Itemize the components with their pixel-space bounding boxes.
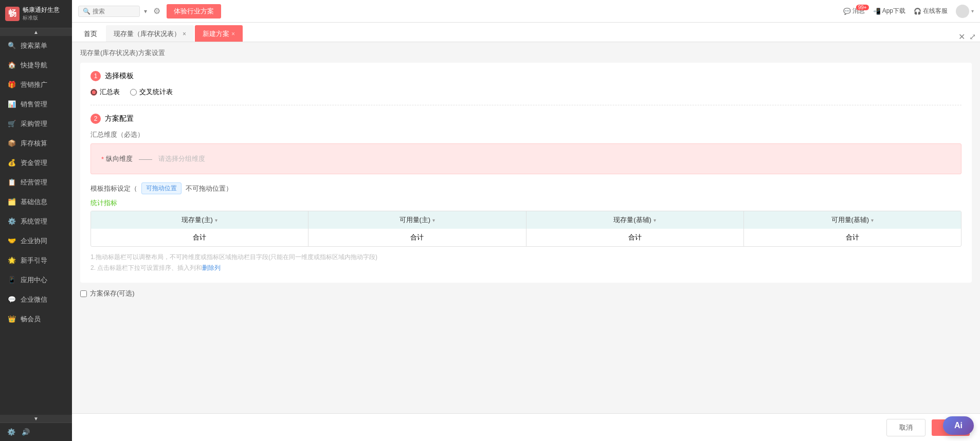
cell-total-0: 合计 [91, 229, 308, 246]
sidebar: 畅 畅康通好生意 标准版 ▲ 🔍 搜索菜单 🏠 快捷导航 🎁 营销推广 📊 销售… [0, 0, 72, 441]
sidebar-item-newbie[interactable]: 🌟 新手引导 [0, 251, 72, 270]
folder-icon: 🗂️ [7, 197, 16, 207]
required-mark: * [101, 155, 104, 163]
tip2: 2. 点击标题栏下拉可设置排序、插入列和删除列 [90, 264, 961, 272]
radio-cross-input[interactable] [130, 89, 137, 96]
search-icon: 🔍 [7, 41, 16, 50]
stats-label: 统计指标 [90, 198, 961, 208]
search-dropdown[interactable]: ▾ [144, 8, 147, 15]
sidebar-item-appstore[interactable]: 📱 应用中心 [0, 270, 72, 290]
chart-icon: 📊 [7, 100, 16, 109]
logo-text: 畅康通好生意 标准版 [23, 6, 60, 22]
tab-close-new-plan[interactable]: × [231, 30, 235, 38]
radio-summary-input[interactable] [90, 89, 97, 96]
chevron-down-icon[interactable]: ▾ [654, 217, 656, 223]
sidebar-scroll: 🔍 搜索菜单 🏠 快捷导航 🎁 营销推广 📊 销售管理 🛒 采购管理 📦 库存核… [0, 36, 72, 415]
header-available-aux[interactable]: 可用量(基辅) ▾ [744, 211, 961, 229]
sidebar-item-system[interactable]: ⚙️ 系统管理 [0, 212, 72, 231]
message-icon: 💬 [843, 8, 851, 15]
stats-table-header: 现存量(主) ▾ 可用量(主) ▾ 现存量(基辅) ▾ 可用量(基辅) ▾ [91, 211, 961, 229]
sidebar-logo: 畅 畅康通好生意 标准版 [0, 0, 72, 28]
avatar [956, 5, 969, 18]
movable-tag: 可拖动位置 [141, 182, 182, 194]
tab-close-inventory[interactable]: × [183, 30, 186, 38]
save-checkbox-container: 方案保存(可选) [80, 289, 972, 298]
sidebar-item-inventory[interactable]: 📦 库存核算 [0, 134, 72, 153]
stats-table: 现存量(主) ▾ 可用量(主) ▾ 现存量(基辅) ▾ 可用量(基辅) ▾ [90, 211, 961, 247]
gift-icon: 🎁 [7, 80, 16, 89]
radio-cross[interactable]: 交叉统计表 [130, 87, 173, 97]
logo-icon: 畅 [5, 7, 20, 21]
cell-total-3: 合计 [744, 229, 961, 246]
gear-icon[interactable]: ⚙ [153, 6, 160, 16]
indicator-settings: 模板指标设定（ 可拖动位置 不可拖动位置） [90, 182, 961, 194]
cart-icon: 🛒 [7, 119, 16, 128]
settings-card: 1 选择模板 汇总表 交叉统计表 2 方案配置 汇总维度（必选） [80, 63, 972, 283]
header-stock-main[interactable]: 现存量(主) ▾ [91, 211, 308, 229]
dimension-label: 汇总维度（必选） [90, 130, 961, 139]
app-download-button[interactable]: 📲 App下载 [873, 7, 905, 15]
dimension-box[interactable]: * 纵向维度 —— 请选择分组维度 [90, 143, 961, 174]
section-divider [90, 105, 961, 105]
tab-home[interactable]: 首页 [76, 25, 105, 42]
stats-table-body: 合计 合计 合计 合计 [91, 229, 961, 246]
sidebar-item-search[interactable]: 🔍 搜索菜单 [0, 36, 72, 56]
save-checkbox-input[interactable] [80, 290, 87, 297]
tab-new-plan[interactable]: 新建方案 × [195, 25, 243, 42]
sidebar-item-basic[interactable]: 🗂️ 基础信息 [0, 192, 72, 212]
cancel-button[interactable]: 取消 [886, 419, 925, 436]
trial-button[interactable]: 体验行业方案 [167, 4, 221, 19]
close-window-icon[interactable]: ✕ [958, 32, 965, 42]
radio-summary[interactable]: 汇总表 [90, 87, 120, 97]
topbar-right: 💬 消息 99+ 📲 App下载 🎧 在线客服 ▾ [843, 5, 974, 18]
handshake-icon: 🤝 [7, 236, 16, 246]
home-icon: 🏠 [7, 61, 16, 70]
sidebar-footer: ⚙️ 🔊 [0, 422, 72, 441]
mobile-icon: 📱 [7, 275, 16, 285]
section1-title: 1 选择模板 [90, 71, 961, 81]
sidebar-item-purchase[interactable]: 🛒 采购管理 [0, 114, 72, 134]
download-icon: 📲 [873, 8, 881, 15]
gear-icon: ⚙️ [7, 217, 16, 226]
tips-section: 1.拖动标题栏可以调整布局，不可跨维度或指标区域拖动栏目字段(只能在同一维度或指… [90, 253, 961, 272]
crown-icon: 👑 [7, 315, 16, 324]
online-service-button[interactable]: 🎧 在线客服 [914, 7, 948, 15]
chevron-down-icon[interactable]: ▾ [215, 217, 217, 223]
tip1: 1.拖动标题栏可以调整布局，不可跨维度或指标区域拖动栏目字段(只能在同一维度或指… [90, 253, 961, 262]
sound-icon[interactable]: 🔊 [22, 428, 30, 436]
scroll-down-arrow[interactable]: ▼ [0, 415, 72, 422]
message-button[interactable]: 💬 消息 99+ [843, 7, 865, 15]
chevron-down-icon[interactable]: ▾ [432, 217, 435, 223]
header-stock-aux[interactable]: 现存量(基辅) ▾ [527, 211, 744, 229]
sidebar-item-finance[interactable]: 💰 资金管理 [0, 153, 72, 173]
sidebar-item-marketing[interactable]: 🎁 营销推广 [0, 75, 72, 95]
chat-icon: 💬 [7, 295, 16, 304]
ai-bubble[interactable]: Ai [943, 416, 974, 435]
sidebar-item-sales[interactable]: 📊 销售管理 [0, 95, 72, 114]
sidebar-item-shortcut[interactable]: 🏠 快捷导航 [0, 56, 72, 75]
settings-icon[interactable]: ⚙️ [7, 428, 15, 436]
header-available-main[interactable]: 可用量(主) ▾ [308, 211, 526, 229]
scroll-up-arrow[interactable]: ▲ [0, 28, 72, 36]
user-profile[interactable]: ▾ [956, 5, 974, 18]
star-icon: 🌟 [7, 256, 16, 265]
dimension-placeholder: 请选择分组维度 [158, 154, 205, 163]
step1-number: 1 [90, 71, 101, 81]
cell-total-1: 合计 [308, 229, 526, 246]
search-box[interactable]: 🔍 [78, 6, 140, 17]
sidebar-item-wechat[interactable]: 💬 企业微信 [0, 290, 72, 309]
tab-inventory-status[interactable]: 现存量（库存状况表） × [106, 25, 194, 42]
sidebar-item-cooperation[interactable]: 🤝 企业协同 [0, 231, 72, 251]
step2-number: 2 [90, 114, 101, 124]
chevron-down-icon[interactable]: ▾ [871, 217, 874, 223]
chevron-down-icon: ▾ [971, 8, 974, 14]
box-icon: 📦 [7, 139, 16, 148]
section2-title: 2 方案配置 [90, 114, 961, 124]
expand-window-icon[interactable]: ⤢ [969, 32, 976, 42]
sidebar-item-member[interactable]: 👑 畅会员 [0, 309, 72, 329]
search-input[interactable] [93, 8, 134, 15]
tip-highlight: 删除列 [202, 264, 221, 271]
dimension-dash: —— [139, 155, 152, 163]
sidebar-item-operations[interactable]: 📋 经营管理 [0, 173, 72, 192]
template-radio-group: 汇总表 交叉统计表 [90, 87, 961, 97]
